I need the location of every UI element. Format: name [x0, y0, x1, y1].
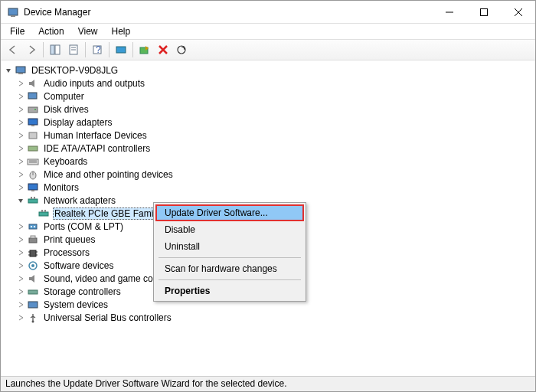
tree-node[interactable]: Display adapters: [1, 116, 535, 129]
svg-rect-42: [31, 236, 35, 238]
tree-node[interactable]: Disk drives: [1, 103, 535, 116]
svg-rect-18: [28, 93, 37, 99]
chevron-down-icon[interactable]: [4, 66, 13, 75]
tree-node[interactable]: Universal Serial Bus controllers: [1, 311, 535, 324]
chevron-right-icon[interactable]: [16, 79, 25, 88]
properties-toolbar-button[interactable]: [64, 41, 83, 59]
chevron-right-icon[interactable]: [16, 287, 25, 296]
maximize-button[interactable]: [466, 1, 501, 24]
tree-node[interactable]: Monitors: [1, 181, 535, 194]
ctx-properties[interactable]: Properties: [155, 283, 304, 299]
chevron-right-icon[interactable]: [16, 300, 25, 309]
chevron-down-icon[interactable]: [16, 196, 25, 205]
context-separator: [159, 279, 301, 280]
tree-node[interactable]: Human Interface Devices: [1, 129, 535, 142]
tree-node[interactable]: Audio inputs and outputs: [1, 77, 535, 90]
svg-rect-17: [18, 73, 23, 74]
menu-help[interactable]: Help: [106, 24, 137, 38]
scan-toolbar-button[interactable]: [172, 41, 191, 59]
tree-node[interactable]: Keyboards: [1, 155, 535, 168]
svg-rect-41: [29, 238, 37, 243]
svg-rect-39: [31, 226, 32, 227]
chevron-right-icon[interactable]: [16, 248, 25, 257]
chevron-right-icon[interactable]: [16, 144, 25, 153]
sound-icon: [27, 273, 39, 285]
tree-node[interactable]: IDE ATA/ATAPI controllers: [1, 142, 535, 155]
node-label: Ports (COM & LPT): [42, 220, 125, 233]
chevron-right-icon[interactable]: [16, 235, 25, 244]
svg-point-52: [32, 320, 34, 322]
tree-node[interactable]: Mice and other pointing devices: [1, 168, 535, 181]
node-label: Network adapters: [42, 194, 117, 207]
svg-rect-35: [39, 212, 48, 216]
menu-view[interactable]: View: [72, 24, 104, 38]
chevron-right-icon[interactable]: [16, 183, 25, 192]
ctx-uninstall[interactable]: Uninstall: [155, 238, 304, 255]
chevron-right-icon[interactable]: [16, 222, 25, 231]
svg-rect-30: [28, 184, 38, 190]
ctx-update-driver[interactable]: Update Driver Software...: [155, 204, 304, 221]
tree-root-label: DESKTOP-V9D8JLG: [30, 64, 119, 77]
svg-rect-16: [16, 67, 25, 73]
chevron-right-icon[interactable]: [16, 105, 25, 114]
menu-file[interactable]: File: [4, 24, 31, 38]
network-adapter-icon: [38, 207, 50, 220]
svg-rect-43: [30, 250, 36, 256]
chevron-right-icon[interactable]: [16, 157, 25, 166]
node-label: Audio inputs and outputs: [42, 77, 146, 90]
svg-rect-33: [31, 197, 32, 199]
svg-rect-50: [28, 290, 38, 294]
keyboard-icon: [27, 155, 39, 168]
chevron-right-icon[interactable]: [16, 170, 25, 179]
tree-root[interactable]: DESKTOP-V9D8JLG: [1, 64, 535, 77]
context-menu: Update Driver Software... Disable Uninst…: [153, 202, 306, 302]
toolbar-separator: [109, 42, 109, 57]
svg-rect-32: [28, 199, 38, 203]
chevron-right-icon[interactable]: [16, 118, 25, 127]
chevron-right-icon[interactable]: [16, 92, 25, 101]
minimize-button[interactable]: [432, 1, 466, 24]
forward-button[interactable]: [22, 41, 41, 59]
svg-rect-24: [28, 146, 38, 151]
svg-point-49: [31, 264, 34, 267]
menu-action[interactable]: Action: [32, 24, 70, 38]
ctx-scan[interactable]: Scan for hardware changes: [155, 260, 304, 277]
chevron-right-icon[interactable]: [16, 261, 25, 270]
update-driver-toolbar-button[interactable]: [136, 41, 154, 59]
chevron-right-icon[interactable]: [16, 274, 25, 283]
close-button[interactable]: [501, 1, 535, 24]
node-label: Software devices: [42, 260, 115, 272]
ctx-disable[interactable]: Disable: [155, 221, 304, 238]
tree-node[interactable]: Computer: [1, 90, 535, 103]
toolbar-separator: [85, 42, 86, 57]
node-label: Display adapters: [42, 116, 113, 129]
status-bar: Launches the Update Driver Software Wiza…: [1, 376, 535, 391]
show-hide-button[interactable]: [46, 41, 64, 59]
display-icon: [27, 116, 39, 129]
node-label: Processors: [42, 247, 91, 259]
back-button[interactable]: [4, 41, 22, 59]
storage-icon: [27, 286, 39, 298]
system-icon: [27, 299, 39, 311]
svg-rect-36: [41, 210, 43, 212]
node-label: Human Interface Devices: [42, 129, 149, 142]
node-label: IDE ATA/ATAPI controllers: [42, 142, 152, 155]
chevron-right-icon[interactable]: [16, 131, 25, 140]
svg-rect-22: [31, 125, 34, 126]
svg-text:?: ?: [96, 44, 101, 55]
chevron-right-icon[interactable]: [16, 313, 25, 322]
computer-icon: [27, 90, 39, 103]
menubar: File Action View Help: [1, 24, 535, 39]
node-label: Storage controllers: [42, 286, 123, 298]
software-icon: [27, 260, 39, 272]
uninstall-toolbar-button[interactable]: [154, 41, 172, 59]
svg-point-20: [34, 109, 36, 110]
network-icon: [27, 194, 39, 207]
help-toolbar-button[interactable]: ?: [88, 41, 106, 59]
node-label: Universal Serial Bus controllers: [42, 312, 173, 324]
toolbar-separator: [43, 42, 44, 57]
disk-icon: [27, 103, 39, 116]
svg-rect-21: [28, 119, 38, 125]
node-label: Disk drives: [42, 103, 90, 116]
view-toolbar-button[interactable]: [112, 41, 130, 59]
